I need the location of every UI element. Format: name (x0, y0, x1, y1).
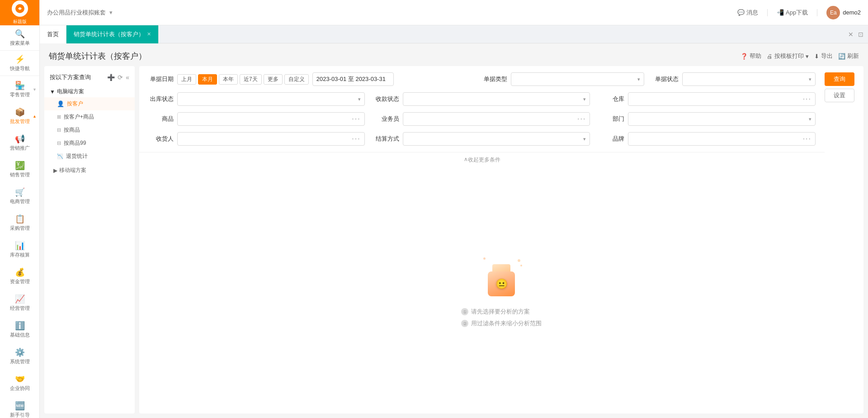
refresh-scheme-icon[interactable]: ⟳ (118, 74, 123, 81)
scheme-by-product[interactable]: ⊟ 按商品 (44, 124, 135, 137)
mobile-scheme-header[interactable]: ▶ 移动端方案 (44, 165, 135, 176)
window-maximize-button[interactable]: ⊡ (858, 31, 863, 38)
empty-state: 😐 ① 请先选择要分析的方案 (139, 167, 863, 413)
sidebar-item-sales[interactable]: 💹 销售管理 (0, 156, 39, 183)
add-scheme-icon[interactable]: ➕ (107, 74, 115, 81)
settings-button[interactable]: 设置 (825, 89, 854, 102)
tab-sales-stats-label: 销货单统计计表（按客户） (74, 30, 144, 38)
tab-close-icon[interactable]: ✕ (147, 31, 151, 37)
window-close-button[interactable]: ✕ (848, 31, 854, 38)
particle-2 (520, 265, 522, 266)
sidebar-item-purchase[interactable]: 📋 采购管理 (0, 209, 39, 236)
sidebar-item-inventory[interactable]: 📊 库存核算 (0, 236, 39, 263)
breadcrumb-dropdown-icon[interactable]: ▾ (109, 9, 113, 16)
main-area: 办公用品行业模拟账套 ▾ 💬 消息 📲 App下载 Ea demo2 (40, 0, 868, 418)
sidebar-item-quick-nav[interactable]: ⚡ 快捷导航 (0, 51, 39, 76)
mobile-scheme-arrow: ▶ (53, 167, 57, 174)
customer-scheme-icon: 👤 (57, 100, 64, 107)
refresh-button[interactable]: 🔄 刷新 (838, 52, 859, 60)
date-btn-custom[interactable]: 自定义 (284, 74, 309, 85)
warehouse-input[interactable]: ··· (628, 92, 816, 106)
query-button[interactable]: 查询 (825, 72, 854, 86)
salesperson-input[interactable]: ··· (403, 112, 590, 126)
customer-product-icon: ⊞ (57, 114, 61, 120)
user-profile[interactable]: Ea demo2 (826, 6, 861, 19)
hint-1-text: 请先选择要分析的方案 (471, 308, 530, 316)
filter-row-3: 商品 ··· 业务员 ··· (148, 112, 816, 126)
tab-sales-stats[interactable]: 销货单统计计表（按客户） ✕ (66, 25, 159, 43)
search-menu-icon: 🔍 (0, 29, 39, 39)
sidebar-item-system[interactable]: ⚙️ 系统管理 (0, 343, 39, 370)
shipment-label: 出库状态 (148, 95, 174, 103)
brand-label: 品牌 (599, 135, 624, 143)
tab-bar: 首页 销货单统计计表（按客户） ✕ ✕ ⊡ (40, 25, 868, 43)
empty-box-body: 😐 (488, 271, 515, 296)
brand-input[interactable]: ··· (628, 132, 816, 146)
scheme-product-99[interactable]: ⊟ 按商品99 (44, 137, 135, 150)
sidebar-item-retail[interactable]: 🏪 零售管理 ▼ (0, 76, 39, 103)
page-actions: ❓ 帮助 🖨 按模板打印 ▾ ⬇ 导出 🔄 刷新 (741, 52, 859, 60)
warehouse-field: 仓库 ··· (599, 92, 816, 106)
sidebar-label-operations: 经营管理 (0, 305, 39, 312)
collapse-bar[interactable]: ∧ 收起更多条件 (139, 152, 825, 167)
new-guide-icon: 🆕 (0, 401, 39, 411)
scheme-by-customer[interactable]: 👤 按客户 (44, 97, 135, 110)
recipient-label: 收货人 (148, 135, 174, 143)
sidebar-item-wholesale[interactable]: 📦 批发管理 ▲ (0, 103, 39, 129)
date-range-input[interactable]: 2023-03-01 至 2023-03-31 (312, 72, 394, 86)
filter-form-inner: 单据日期 上月 本月 本年 近7天 更多 自定义 (139, 66, 863, 167)
date-btn-this-month[interactable]: 本月 (198, 74, 217, 85)
help-button[interactable]: ❓ 帮助 (741, 52, 761, 60)
payment-input[interactable]: ▾ (403, 92, 590, 106)
scheme-return-label: 退货统计 (66, 152, 88, 160)
shipment-input[interactable]: ▾ (177, 92, 365, 106)
scheme-customer-label: 按客户 (67, 100, 83, 108)
product-input[interactable]: ··· (177, 112, 365, 126)
scheme-return-stats[interactable]: 📉 退货统计 (44, 150, 135, 163)
sidebar-item-search-menu[interactable]: 🔍 搜索菜单 (0, 25, 39, 51)
date-btn-last-month[interactable]: 上月 (177, 74, 196, 85)
empty-hint-1: ① 请先选择要分析的方案 (461, 308, 542, 316)
department-input[interactable]: ▾ (628, 112, 816, 126)
order-status-arrow: ▾ (809, 76, 811, 82)
sales-icon: 💹 (0, 161, 39, 171)
message-button[interactable]: 💬 消息 (737, 9, 758, 17)
help-label: 帮助 (750, 52, 761, 60)
date-btn-more[interactable]: 更多 (264, 74, 283, 85)
sidebar-item-enterprise[interactable]: 🤝 企业协同 (0, 370, 39, 396)
purchase-icon: 📋 (0, 214, 39, 224)
recipient-input[interactable]: ··· (177, 132, 365, 146)
scheme-customer-product[interactable]: ⊞ 按客户+商品 (44, 110, 135, 124)
export-button[interactable]: ⬇ 导出 (814, 52, 833, 60)
sidebar-label-sales: 销售管理 (0, 171, 39, 178)
filter-row-1: 单据日期 上月 本月 本年 近7天 更多 自定义 (148, 72, 816, 86)
order-status-input[interactable]: ▾ (682, 72, 816, 86)
product-scheme-icon: ⊟ (57, 127, 61, 133)
settlement-input[interactable]: ▾ (403, 132, 590, 146)
system-icon: ⚙️ (0, 347, 39, 357)
collapse-panel-icon[interactable]: « (126, 74, 129, 81)
recipient-dots: ··· (352, 135, 360, 143)
date-btn-this-year[interactable]: 本年 (219, 74, 238, 85)
scheme-product99-label: 按商品99 (64, 139, 86, 147)
filter-fields: 单据日期 上月 本月 本年 近7天 更多 自定义 (139, 66, 825, 167)
content-area: 按以下方案查询 ➕ ⟳ « ▼ 电脑端方案 👤 按客户 (40, 66, 868, 418)
sidebar-item-ecommerce[interactable]: 🛒 电商管理 (0, 183, 39, 209)
user-name-label: demo2 (843, 9, 861, 16)
sidebar-item-marketing[interactable]: 📢 营销推广 (0, 129, 39, 156)
export-icon: ⬇ (814, 53, 819, 60)
sidebar-item-operations[interactable]: 📈 经营管理 (0, 290, 39, 316)
payment-label: 收款状态 (374, 95, 399, 103)
order-type-input[interactable]: ▾ (511, 72, 644, 86)
tab-home[interactable]: 首页 (40, 25, 66, 43)
hint-2-number: ② (461, 320, 468, 327)
desktop-scheme-header[interactable]: ▼ 电脑端方案 (44, 86, 135, 97)
empty-illustration: 😐 (474, 253, 528, 299)
app-download-button[interactable]: 📲 App下载 (777, 9, 808, 17)
sidebar-item-finance[interactable]: 💰 资金管理 (0, 263, 39, 290)
page-title: 销货单统计计表（按客户） (49, 51, 146, 62)
sidebar-item-basic-info[interactable]: ℹ️ 基础信息 (0, 316, 39, 343)
sidebar-item-new-guide[interactable]: 🆕 新手引导 (0, 396, 39, 418)
template-print-button[interactable]: 🖨 按模板打印 ▾ (767, 52, 809, 60)
date-btn-last-7[interactable]: 近7天 (240, 74, 262, 85)
